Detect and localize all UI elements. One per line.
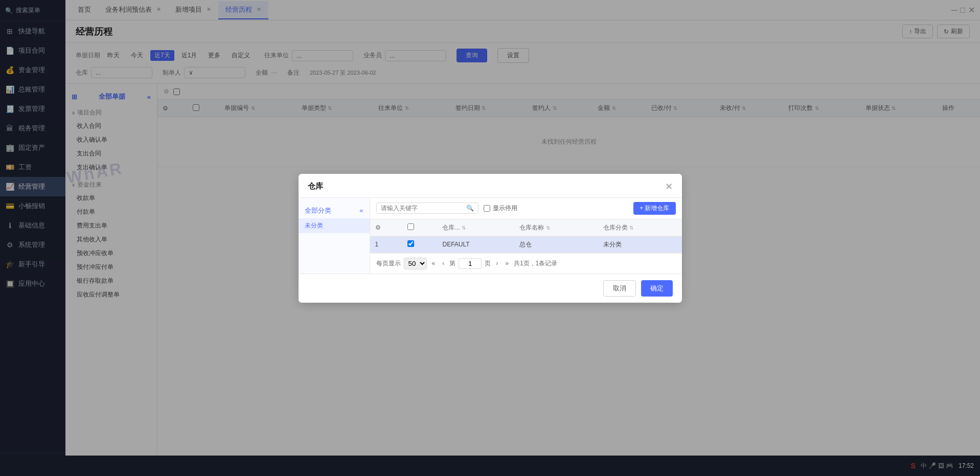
show-disabled-label[interactable]: 显示停用 (484, 204, 517, 213)
add-warehouse-button[interactable]: + 新增仓库 (633, 202, 675, 215)
wh-header-checkbox[interactable] (407, 223, 414, 230)
dialog-search-input[interactable] (381, 205, 464, 212)
wh-th-name[interactable]: 仓库名称 ⇅ (514, 219, 598, 237)
dialog-main: 🔍 显示停用 + 新增仓库 ⚙ (370, 198, 682, 274)
dialog-page-suffix: 页 (485, 259, 491, 268)
wh-code-sort-icon: ⇅ (462, 225, 466, 231)
dialog-sidebar-all[interactable]: 全部分类 « (299, 203, 370, 218)
wh-th-name-label: 仓库名称 (519, 224, 544, 231)
wh-row-name: 总仓 (514, 236, 598, 253)
show-disabled-checkbox[interactable] (484, 205, 490, 212)
wh-th-checkbox (402, 219, 437, 237)
dialog-table: ⚙ 仓库... ⇅ 仓库名称 ⇅ (370, 219, 682, 253)
dialog-sidebar-collapse-icon[interactable]: « (359, 207, 363, 214)
wh-name-sort-icon: ⇅ (546, 225, 550, 231)
dialog-total: 共1页，1条记录 (514, 259, 557, 268)
dialog-close-icon[interactable]: ✕ (665, 181, 673, 192)
wh-row-seq: 1 (370, 236, 403, 253)
dialog-sidebar-uncategorized[interactable]: 未分类 (299, 218, 370, 233)
warehouse-dialog: 仓库 ✕ 全部分类 « 未分类 (299, 174, 682, 303)
dialog-confirm-button[interactable]: 确定 (641, 280, 673, 297)
dialog-body: 全部分类 « 未分类 🔍 (299, 198, 682, 274)
dialog-sidebar: 全部分类 « 未分类 (299, 198, 370, 274)
dialog-sidebar-uncategorized-label: 未分类 (305, 222, 323, 229)
dialog-next-page[interactable]: › (494, 259, 500, 268)
dialog-last-page[interactable]: » (503, 259, 511, 268)
dialog-prev-page[interactable]: ‹ (440, 259, 446, 268)
dialog-per-page-label: 每页显示 (376, 259, 401, 268)
wh-row-check[interactable] (407, 240, 414, 247)
wh-th-code[interactable]: 仓库... ⇅ (437, 219, 514, 237)
dialog-page-input[interactable] (459, 258, 482, 269)
dialog-overlay: 仓库 ✕ 全部分类 « 未分类 (0, 0, 980, 476)
dialog-actions: 取消 确定 (299, 274, 682, 303)
wh-row-code: DEFAULT (437, 236, 514, 253)
warehouse-table-header: ⚙ 仓库... ⇅ 仓库名称 ⇅ (370, 219, 682, 237)
dialog-first-page[interactable]: « (430, 259, 438, 268)
table-row[interactable]: 1 DEFAULT 总仓 未分类 (370, 236, 682, 253)
dialog-pagination: 每页显示 50 « ‹ 第 页 › » 共1页，1条记录 (376, 258, 558, 269)
dialog-search-icon: 🔍 (466, 205, 474, 212)
wh-row-checkbox[interactable] (402, 236, 437, 253)
warehouse-table-body: 1 DEFAULT 总仓 未分类 (370, 236, 682, 253)
wh-category-sort-icon: ⇅ (629, 225, 633, 231)
wh-th-category-label: 仓库分类 (603, 224, 628, 231)
dialog-page-label: 第 (449, 259, 455, 268)
dialog-title: 仓库 (308, 182, 323, 191)
dialog-toolbar: 🔍 显示停用 + 新增仓库 (370, 198, 682, 219)
dialog-sidebar-all-label: 全部分类 (305, 206, 331, 215)
wh-th-settings: ⚙ (370, 219, 403, 237)
warehouse-table: ⚙ 仓库... ⇅ 仓库名称 ⇅ (370, 219, 682, 253)
wh-th-code-label: 仓库... (442, 224, 460, 231)
dialog-search-box: 🔍 (376, 202, 478, 214)
dialog-per-page-select[interactable]: 50 (404, 258, 427, 269)
wh-row-category: 未分类 (598, 236, 682, 253)
dialog-cancel-button[interactable]: 取消 (603, 280, 636, 297)
dialog-header: 仓库 ✕ (299, 174, 682, 198)
wh-th-category[interactable]: 仓库分类 ⇅ (598, 219, 682, 237)
dialog-pagination-bar: 每页显示 50 « ‹ 第 页 › » 共1页，1条记录 (370, 253, 682, 274)
show-disabled-text: 显示停用 (493, 204, 517, 213)
